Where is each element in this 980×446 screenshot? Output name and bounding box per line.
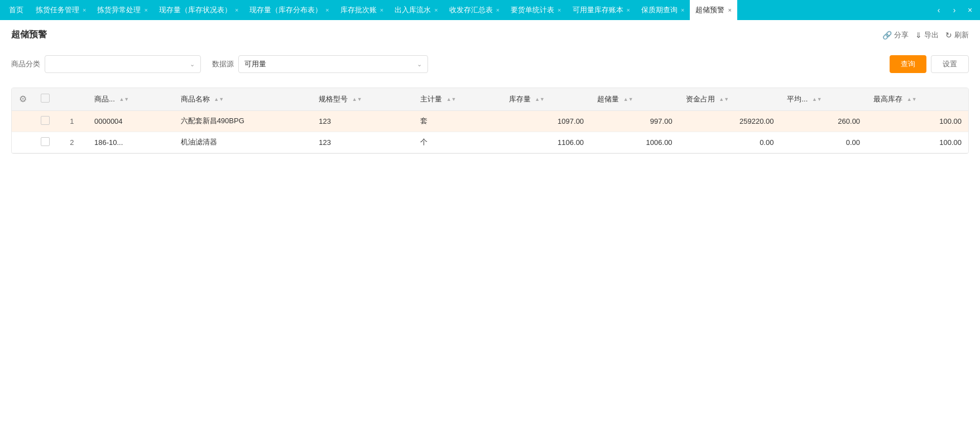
col-header-unit[interactable]: 主计量 ▲▼ [414,88,502,110]
col-check-header [34,88,56,110]
gear-icon[interactable]: ⚙ [19,94,27,104]
nav-tab-close-7[interactable]: × [558,7,561,13]
col-header-over-stock[interactable]: 超储量 ▲▼ [590,88,679,110]
refresh-icon: ↻ [945,31,952,40]
row-checkbox[interactable] [41,116,50,125]
row-capital: 259220.00 [679,110,781,132]
nav-tab-3[interactable]: 现存量（库存分布表）× [244,0,334,20]
data-source-label: 数据源 [212,59,234,69]
select-all-checkbox[interactable] [41,94,50,103]
nav-tab-4[interactable]: 库存批次账× [335,0,389,20]
nav-tab-6[interactable]: 收发存汇总表× [444,0,505,20]
share-button[interactable]: 🔗 分享 [882,30,909,40]
row-avg: 0.00 [780,132,867,153]
nav-tab-close-1[interactable]: × [144,7,147,13]
data-source-filter: 数据源 可用量 ⌄ [212,55,428,73]
page-header: 超储预警 🔗 分享 ⇓ 导出 ↻ 刷新 [11,29,969,41]
nav-next-button[interactable]: › [947,0,962,20]
nav-tab-close-10[interactable]: × [728,7,731,13]
settings-button[interactable]: 设置 [931,55,969,73]
product-category-select[interactable]: ⌄ [45,55,201,73]
col-max-stock-label: 最高库存 [873,95,902,103]
nav-tab-close-6[interactable]: × [496,7,499,13]
col-header-capital[interactable]: 资金占用 ▲▼ [679,88,781,110]
nav-close-button[interactable]: × [962,0,978,20]
col-gear: ⚙ [12,88,34,110]
data-source-chevron: ⌄ [417,61,422,68]
nav-tab-8[interactable]: 可用量库存账本× [567,0,636,20]
nav-arrows: ‹ › × [931,0,978,20]
col-header-stock[interactable]: 库存量 ▲▼ [502,88,591,110]
nav-tab-5[interactable]: 出入库流水× [389,0,443,20]
product-category-filter: 商品分类 ⌄ [11,55,201,73]
nav-tab-2[interactable]: 现存量（库存状况表）× [153,0,244,20]
row-over-stock: 997.00 [590,110,679,132]
sort-spec-icon: ▲▼ [352,97,362,102]
row-spec: 123 [312,110,414,132]
sort-capital-icon: ▲▼ [719,97,729,102]
row-stock: 1097.00 [502,110,591,132]
query-button[interactable]: 查询 [890,55,926,73]
row-product-name: 六配套新昌490BPG [174,110,313,132]
nav-tab-7[interactable]: 要货单统计表× [505,0,566,20]
row-over-stock: 1006.00 [590,132,679,153]
sort-product-name-icon: ▲▼ [214,97,224,102]
nav-tab-close-4[interactable]: × [380,7,383,13]
export-button[interactable]: ⇓ 导出 [915,30,939,40]
nav-tab-9[interactable]: 保质期查询× [636,0,690,20]
col-header-spec[interactable]: 规格型号 ▲▼ [312,88,414,110]
header-actions: 🔗 分享 ⇓ 导出 ↻ 刷新 [882,30,969,40]
sort-max-stock-icon: ▲▼ [907,97,917,102]
nav-prev-button[interactable]: ‹ [931,0,947,20]
col-header-product-code[interactable]: 商品... ▲▼ [88,88,174,110]
row-check-cell [34,110,56,132]
col-stock-label: 库存量 [509,95,531,103]
row-capital: 0.00 [679,132,781,153]
export-icon: ⇓ [915,31,922,40]
nav-home[interactable]: 首页 [2,5,30,15]
col-header-avg[interactable]: 平均... ▲▼ [780,88,867,110]
col-header-max-stock[interactable]: 最高库存 ▲▼ [867,88,968,110]
filter-buttons: 查询 设置 [890,55,969,73]
nav-tab-close-5[interactable]: × [434,7,438,13]
refresh-button[interactable]: ↻ 刷新 [945,30,969,40]
col-product-name-label: 商品名称 [181,95,210,103]
row-spec: 123 [312,132,414,153]
row-stock: 1106.00 [502,132,591,153]
col-header-product-name[interactable]: 商品名称 ▲▼ [174,88,313,110]
row-max-stock: 100.00 [867,110,968,132]
table-body: 1 0000004 六配套新昌490BPG 123 套 1097.00 997.… [12,110,968,153]
nav-tab-close-8[interactable]: × [627,7,630,13]
row-product-code: 186-10... [88,132,174,153]
col-spec-label: 规格型号 [319,95,348,103]
sort-over-stock-icon: ▲▼ [623,97,633,102]
share-label: 分享 [894,30,909,40]
table-header-row: ⚙ 商品... ▲▼ 商品名称 ▲▼ 规格型号 [12,88,968,110]
nav-tab-close-3[interactable]: × [325,7,329,13]
row-product-code: 0000004 [88,110,174,132]
data-source-select[interactable]: 可用量 ⌄ [238,55,428,73]
col-capital-label: 资金占用 [686,95,715,103]
share-icon: 🔗 [882,31,892,40]
row-gear-cell [12,110,34,132]
product-category-label: 商品分类 [11,59,40,69]
page-title: 超储预警 [11,29,47,41]
col-header-row-num [56,88,88,110]
row-num: 1 [56,110,88,132]
col-avg-label: 平均... [787,95,808,103]
nav-tab-0[interactable]: 拣货任务管理× [30,0,92,20]
nav-tab-1[interactable]: 拣货异常处理× [92,0,153,20]
nav-tabs: 拣货任务管理×拣货异常处理×现存量（库存状况表）×现存量（库存分布表）×库存批次… [30,0,737,20]
refresh-label: 刷新 [954,30,969,40]
top-nav: 首页 拣货任务管理×拣货异常处理×现存量（库存状况表）×现存量（库存分布表）×库… [0,0,980,20]
sort-stock-icon: ▲▼ [535,97,545,102]
table-row: 1 0000004 六配套新昌490BPG 123 套 1097.00 997.… [12,110,968,132]
row-unit: 套 [414,110,502,132]
nav-tab-close-2[interactable]: × [235,7,238,13]
nav-tab-close-9[interactable]: × [681,7,684,13]
row-checkbox[interactable] [41,137,50,146]
nav-tab-close-0[interactable]: × [83,7,86,13]
nav-tab-10[interactable]: 超储预警× [690,0,737,20]
row-check-cell [34,132,56,153]
row-unit: 个 [414,132,502,153]
